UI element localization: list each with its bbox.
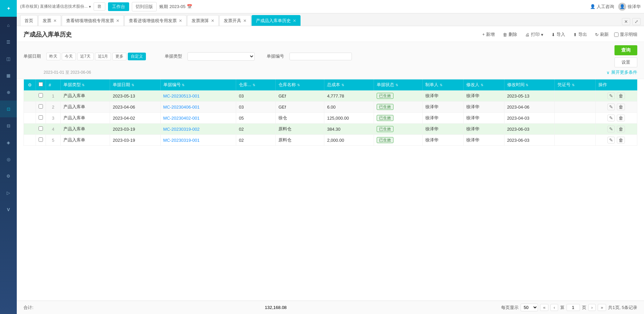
row-edit-icon-2[interactable]: ✎	[607, 115, 615, 121]
print-button[interactable]: 🖨 打印 ▾	[523, 30, 546, 39]
tab-invoice-open[interactable]: 发票开具 ✕	[219, 15, 251, 26]
row-edit-icon-1[interactable]: ✎	[607, 104, 615, 110]
user-menu[interactable]: 👤 徐泽华	[618, 3, 641, 11]
sidebar-item-config[interactable]: ⚙	[0, 168, 17, 184]
col-checkbox[interactable]	[36, 79, 46, 90]
date-btn-custom[interactable]: 自定义	[128, 53, 146, 60]
calendar-icon[interactable]: 📅	[187, 4, 192, 9]
print-dropdown-icon[interactable]: ▾	[541, 32, 543, 37]
tab-product-warehouse[interactable]: 产成品入库单历史 ✕	[252, 15, 301, 26]
tab-invoice-open-close[interactable]: ✕	[243, 18, 247, 23]
show-detail-toggle[interactable]: 显示明细	[614, 32, 637, 38]
row-checkbox-4[interactable]	[36, 135, 46, 146]
row-check-3[interactable]	[39, 126, 43, 131]
row-delete-icon-4[interactable]: 🗑	[617, 137, 625, 143]
set-button[interactable]: 设置	[614, 57, 637, 67]
row-checkbox-0[interactable]	[36, 90, 46, 102]
expand-tabs-btn[interactable]: ⤢	[632, 18, 641, 25]
sidebar-item-version[interactable]: V	[0, 201, 17, 218]
row-checkbox-2[interactable]	[36, 113, 46, 124]
date-btn-7days[interactable]: 近7天	[77, 53, 94, 60]
date-btn-more[interactable]: 更多	[112, 53, 126, 60]
prev-page-btn[interactable]: ‹	[550, 304, 558, 311]
col-doc-status[interactable]: 单据状态 ⇅	[374, 79, 423, 90]
delete-button[interactable]: 🗑 删除	[500, 30, 520, 39]
row-doc-no-0[interactable]: MC-20230513-001	[160, 90, 236, 102]
row-check-1[interactable]	[39, 104, 43, 109]
page-number-input[interactable]	[567, 304, 580, 311]
refresh-button[interactable]: ↻ 刷新	[592, 30, 611, 39]
sidebar-item-home[interactable]: ⌂	[0, 17, 17, 34]
col-doc-no[interactable]: 单据编号 ⇅	[160, 79, 236, 90]
export-button[interactable]: ⬆ 导出	[571, 30, 590, 39]
tab-invoice-calc-close[interactable]: ✕	[211, 18, 214, 23]
row-check-0[interactable]	[39, 93, 43, 98]
row-edit-icon-3[interactable]: ✎	[607, 126, 615, 132]
col-doc-date[interactable]: 单据日期 ⇅	[110, 79, 160, 90]
col-voucher-no[interactable]: 凭证号 ⇅	[554, 79, 595, 90]
expand-filter-btn[interactable]: ∨ 展开更多条件	[606, 69, 637, 75]
row-delete-icon-0[interactable]: 🗑	[617, 92, 625, 99]
row-check-2[interactable]	[39, 115, 43, 120]
tab-invoice-calc[interactable]: 发票测算 ✕	[187, 15, 219, 26]
col-doc-type[interactable]: 单据类型 ⇅	[60, 79, 110, 90]
sidebar-item-receipts[interactable]: ◈	[0, 134, 17, 151]
col-settings[interactable]: ⚙	[24, 79, 36, 90]
sidebar-item-docs[interactable]: ☰	[0, 34, 17, 50]
sidebar-item-settings2[interactable]: ⊟	[0, 117, 17, 134]
last-page-btn[interactable]: »	[598, 304, 606, 311]
print-icon-btn[interactable]: 🖹	[94, 2, 105, 11]
row-check-4[interactable]	[39, 137, 43, 142]
query-button[interactable]: 查询	[614, 45, 637, 55]
sidebar-item-analytics[interactable]: ▦	[0, 67, 17, 84]
col-warehouse-name[interactable]: 仓库名称 ⇅	[276, 79, 324, 90]
row-doc-no-link-4[interactable]: MC-20230319-001	[163, 138, 200, 143]
doc-num-input[interactable]	[289, 53, 352, 60]
row-doc-no-2[interactable]: MC-20230402-001	[160, 113, 236, 124]
import-button[interactable]: ⬇ 导入	[549, 30, 568, 39]
support-link[interactable]: 👤 人工咨询	[590, 4, 614, 10]
tab-invoice[interactable]: 发票 ✕	[38, 15, 61, 26]
tab-sales-vat[interactable]: 查看销项增值税专用发票 ✕	[62, 15, 124, 26]
row-delete-icon-1[interactable]: 🗑	[617, 104, 625, 110]
row-edit-icon-4[interactable]: ✎	[607, 137, 615, 143]
new-button[interactable]: + 新增	[480, 30, 497, 39]
col-total-cost[interactable]: 总成本 ⇅	[324, 79, 374, 90]
company-dropdown-icon[interactable]: ▾	[89, 4, 91, 9]
select-all-checkbox[interactable]	[39, 82, 43, 86]
row-doc-no-1[interactable]: MC-20230406-001	[160, 102, 236, 113]
col-warehouse-code[interactable]: 仓库... ⇅	[236, 79, 276, 90]
company-selector[interactable]: (库存核算) 直播轻途通信息技术股份... ▾	[20, 4, 91, 9]
sidebar-item-video[interactable]: ▷	[0, 184, 17, 201]
sidebar-item-reports[interactable]: ◫	[0, 50, 17, 67]
col-modifier[interactable]: 修改人 ⇅	[463, 79, 504, 90]
tab-product-warehouse-close[interactable]: ✕	[293, 18, 296, 23]
row-doc-no-4[interactable]: MC-20230319-001	[160, 135, 236, 146]
row-doc-no-link-3[interactable]: MC-20230319-002	[163, 127, 200, 132]
sidebar-item-warehouse[interactable]: ⊡	[0, 101, 17, 117]
col-creator[interactable]: 制单人 ⇅	[423, 79, 464, 90]
sidebar-item-archive[interactable]: ⊕	[0, 84, 17, 101]
show-detail-checkbox[interactable]	[614, 33, 619, 37]
tab-purchase-vat-close[interactable]: ✕	[179, 18, 182, 23]
tab-purchase-vat[interactable]: 查看进项增值税专用发票 ✕	[124, 15, 186, 26]
row-doc-no-link-1[interactable]: MC-20230406-001	[163, 105, 200, 110]
sidebar-item-purchase[interactable]: ◎	[0, 151, 17, 168]
tab-sales-vat-close[interactable]: ✕	[116, 18, 119, 23]
switch-version-button[interactable]: 切到旧版	[132, 2, 157, 11]
close-all-tabs-btn[interactable]: ✕	[622, 18, 630, 25]
date-btn-yesterday[interactable]: 昨天	[46, 53, 60, 60]
date-btn-today[interactable]: 今天	[62, 53, 76, 60]
row-doc-no-link-0[interactable]: MC-20230513-001	[163, 93, 200, 99]
row-delete-icon-2[interactable]: 🗑	[617, 115, 625, 121]
row-edit-icon-0[interactable]: ✎	[607, 92, 615, 99]
row-doc-no-link-2[interactable]: MC-20230402-001	[163, 116, 200, 121]
row-checkbox-3[interactable]	[36, 124, 46, 135]
tab-invoice-close[interactable]: ✕	[53, 18, 57, 23]
row-doc-no-3[interactable]: MC-20230319-002	[160, 124, 236, 135]
next-page-btn[interactable]: ›	[588, 304, 596, 311]
page-size-select[interactable]: 50 10 20 100	[521, 304, 538, 311]
row-checkbox-1[interactable]	[36, 102, 46, 113]
doc-type-select[interactable]	[187, 52, 255, 61]
date-btn-1month[interactable]: 近1月	[95, 53, 111, 60]
